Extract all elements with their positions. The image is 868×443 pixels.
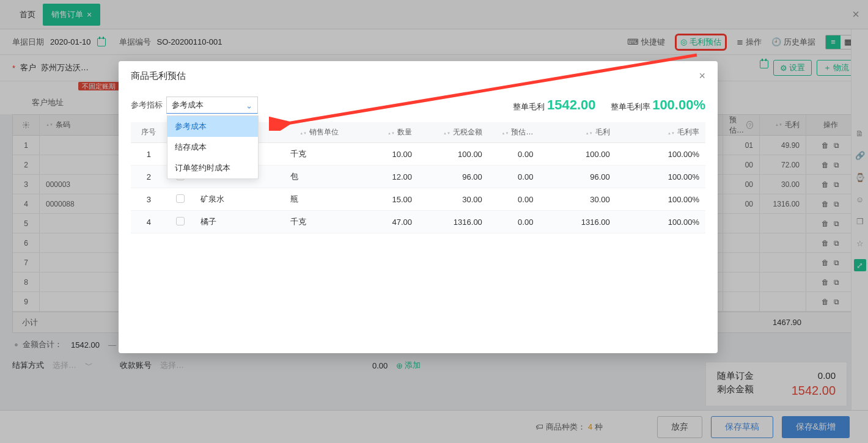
metric-option-ref-cost[interactable]: 参考成本 [167, 116, 258, 137]
total-rate-value: 100.00% [652, 97, 705, 112]
cell-qty: 15.00 [355, 188, 418, 211]
cell-profit: 1316.00 [539, 211, 616, 233]
metric-select[interactable]: 参考成本 ⌃ 参考成本 结存成本 订单签约时成本 [166, 97, 258, 114]
cell-unit: 千克 [284, 211, 355, 233]
profit-modal: 商品毛利预估 × 参考指标 参考成本 ⌃ 参考成本 结存成本 订单签约时成本 整… [119, 61, 718, 353]
cell-rate: 100.00% [616, 188, 705, 211]
cell-name: 橘子 [194, 211, 284, 233]
cell-notax: 100.00 [418, 143, 488, 166]
pth-profit[interactable]: ▲▼毛利 [539, 122, 616, 143]
total-profit-label: 整单毛利 [513, 102, 545, 111]
total-rate-label: 整单毛利率 [611, 102, 650, 111]
metric-value: 参考成本 [172, 100, 204, 111]
cell-est: 0.00 [488, 188, 540, 211]
pth-rate[interactable]: ▲▼毛利率 [616, 122, 705, 143]
cell-seq: 4 [131, 211, 166, 233]
pth-est[interactable]: ▲▼预估… [488, 122, 540, 143]
cell-unit: 包 [284, 166, 355, 188]
total-profit-value: 1542.00 [547, 97, 596, 112]
cell-rate: 100.00% [616, 143, 705, 166]
pth-seq[interactable]: 序号 [131, 122, 166, 143]
metric-option-sign-cost[interactable]: 订单签约时成本 [167, 158, 258, 178]
cell-rate: 100.00% [616, 166, 705, 188]
cell-profit: 96.00 [539, 166, 616, 188]
cell-notax: 1316.00 [418, 211, 488, 233]
modal-close-icon[interactable]: × [699, 70, 705, 82]
cell-qty: 10.00 [355, 143, 418, 166]
chevron-up-icon: ⌃ [246, 101, 252, 110]
cell-seq: 3 [131, 188, 166, 211]
cell-unit: 瓶 [284, 188, 355, 211]
cell-unit: 千克 [284, 143, 355, 166]
cell-checkbox[interactable] [166, 211, 194, 233]
cell-profit: 30.00 [539, 188, 616, 211]
pth-qty[interactable]: ▲▼数量 [355, 122, 418, 143]
pth-notax[interactable]: ▲▼无税金额 [418, 122, 488, 143]
cell-notax: 30.00 [418, 188, 488, 211]
cell-est: 0.00 [488, 211, 540, 233]
cell-rate: 100.00% [616, 211, 705, 233]
profit-row: 3 矿泉水 瓶 15.00 30.00 0.00 30.00 100.00% [131, 188, 705, 211]
metric-option-balance-cost[interactable]: 结存成本 [167, 137, 258, 158]
cell-seq: 2 [131, 166, 166, 188]
cell-profit: 100.00 [539, 143, 616, 166]
profit-row: 4 橘子 千克 47.00 1316.00 0.00 1316.00 100.0… [131, 211, 705, 233]
cell-est: 0.00 [488, 143, 540, 166]
cell-qty: 47.00 [355, 211, 418, 233]
pth-unit[interactable]: ▲▼销售单位 [284, 122, 355, 143]
metric-label: 参考指标 [131, 100, 163, 111]
cell-checkbox[interactable] [166, 188, 194, 211]
cell-name: 矿泉水 [194, 188, 284, 211]
metric-dropdown: 参考成本 结存成本 订单签约时成本 [167, 115, 259, 179]
cell-seq: 1 [131, 143, 166, 166]
cell-notax: 96.00 [418, 166, 488, 188]
cell-qty: 12.00 [355, 166, 418, 188]
cell-est: 0.00 [488, 166, 540, 188]
modal-title: 商品毛利预估 [131, 70, 186, 82]
